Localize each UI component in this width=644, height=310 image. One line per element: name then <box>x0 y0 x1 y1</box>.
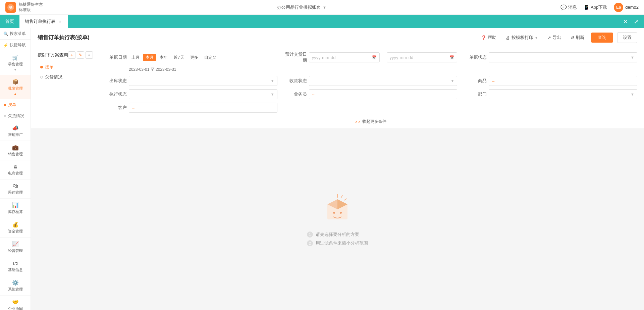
date-tab-thismonth[interactable]: 本月 <box>143 54 156 61</box>
filter-doc-status-field: 单据状态 ▼ <box>464 51 637 63</box>
sidebar-item-sales[interactable]: 💼 销售管理 <box>0 141 31 160</box>
expected-date-label: 预计交货日期 <box>284 51 307 63</box>
ecommerce-icon: 🖥 <box>13 164 18 170</box>
filter-edit-btn[interactable]: ✎ <box>77 51 84 59</box>
svg-text:畅: 畅 <box>9 6 12 9</box>
empty-tip-2: 2 用过滤条件来缩小分析范围 <box>307 240 368 246</box>
plan-item-debt[interactable]: 欠货情况 <box>38 72 93 82</box>
message-icon: 💬 <box>560 4 567 10</box>
operations-icon: 📈 <box>12 241 19 247</box>
submenu-item-debt[interactable]: 欠货情况 <box>0 110 31 121</box>
payment-label: 收款状态 <box>284 78 307 84</box>
payment-chevron-icon: ▼ <box>450 79 454 83</box>
query-btn[interactable]: 查询 <box>591 33 613 43</box>
payment-select[interactable]: ▼ <box>309 76 458 86</box>
date-tab-more[interactable]: 更多 <box>187 54 201 61</box>
sidebar-search[interactable]: 🔍 搜索菜单 <box>0 28 31 40</box>
template-print-btn[interactable]: 🖨 按模板打印 ▼ <box>503 33 541 42</box>
dept-chevron-icon: ▼ <box>631 92 634 96</box>
sidebar-item-finance[interactable]: 💰 资金管理 <box>0 218 31 238</box>
settings-btn[interactable]: 设置 <box>617 32 637 43</box>
collapse-up-icon: ∧∧ <box>355 119 361 124</box>
sidebar-item-enterprise[interactable]: 🤝 企业协同 <box>0 296 31 310</box>
app-icon: 📱 <box>584 5 589 10</box>
sidebar-item-basic[interactable]: 🗂 基础信息 <box>0 257 31 276</box>
sidebar-item-purchase[interactable]: 🛍 采购管理 <box>0 179 31 199</box>
date-label: 单据日期 <box>104 54 127 60</box>
salesperson-input[interactable]: ··· <box>309 89 458 99</box>
user-area[interactable]: Ea demo2 <box>614 3 639 12</box>
salesperson-label: 业务员 <box>284 91 307 97</box>
filter-payment-field: 收款状态 ▼ <box>284 76 458 86</box>
plan-dot-active-icon <box>40 66 43 68</box>
wholesale-expand-icon: ▲ <box>14 92 17 96</box>
sidebar-item-marketing[interactable]: 📣 营销推广 <box>0 121 31 141</box>
filter-panel: 按以下方案查询 + ✎ « <box>31 47 644 129</box>
outbound-select[interactable]: ▼ <box>129 76 277 86</box>
sales-icon: 💼 <box>12 144 19 151</box>
app-download-btn[interactable]: 📱 App下载 <box>584 4 607 10</box>
tab-close-icon[interactable]: × <box>57 19 63 24</box>
window-maximize-btn[interactable]: ⤢ <box>632 17 640 25</box>
date-separator: — <box>381 55 385 60</box>
expected-date-start-input[interactable]: yyyy-mm-dd 📅 <box>309 52 380 62</box>
empty-illustration <box>321 193 354 226</box>
add-icon: + <box>70 52 73 58</box>
avatar: Ea <box>614 3 623 12</box>
retail-expand-icon: ▼ <box>14 68 17 71</box>
exec-chevron-icon: ▼ <box>271 92 274 96</box>
date-tab-lastmonth[interactable]: 上月 <box>129 54 142 61</box>
filter-add-btn[interactable]: + <box>68 51 75 59</box>
sidebar-quick-nav[interactable]: ⚡ 快捷导航 <box>0 40 31 51</box>
goods-input[interactable]: ··· <box>489 76 637 86</box>
filter-collapse-btn[interactable]: ∧∧ 收起更多条件 <box>104 116 637 124</box>
sidebar-item-inventory[interactable]: 📊 库存核算 <box>0 199 31 218</box>
date-tab-thisyear[interactable]: 本年 <box>157 54 170 61</box>
sidebar-item-operations[interactable]: 📈 经营管理 <box>0 238 31 257</box>
filter-customer-field: 客户 ··· <box>104 103 277 113</box>
salesperson-more-icon: ··· <box>312 92 316 97</box>
tip-num-1: 1 <box>307 231 313 238</box>
export-icon: ↗ <box>547 35 551 40</box>
dept-select[interactable]: ▼ <box>489 89 637 99</box>
message-btn[interactable]: 💬 消息 <box>560 4 577 10</box>
export-btn[interactable]: ↗ 导出 <box>545 33 564 42</box>
doc-status-select[interactable]: ▼ <box>489 52 637 62</box>
refresh-btn[interactable]: ↺ 刷新 <box>568 33 587 42</box>
help-btn[interactable]: ❓ 帮助 <box>478 33 499 42</box>
company-selector-arrow[interactable]: ▼ <box>323 5 326 9</box>
exec-select[interactable]: ▼ <box>129 89 277 99</box>
plan-item-order[interactable]: 按单 <box>38 62 93 72</box>
empty-state: 1 请先选择要分析的方案 2 用过滤条件来缩小分析范围 <box>31 129 644 310</box>
basic-icon: 🗂 <box>13 260 18 266</box>
filter-section-title: 按以下方案查询 <box>38 52 68 58</box>
content-area: 销售订单执行表(按单) ❓ 帮助 🖨 按模板打印 ▼ ↗ 导出 ↺ 刷新 <box>31 28 644 310</box>
sidebar-item-ecommerce[interactable]: 🖥 电商管理 <box>0 160 31 179</box>
submenu-item-order[interactable]: 按单 <box>0 99 31 110</box>
retail-icon: 🛒 <box>12 54 19 61</box>
tab-sales-exec[interactable]: 销售订单执行表 × <box>19 15 68 28</box>
expected-date-end-input[interactable]: yyyy-mm-dd 📅 <box>387 52 458 62</box>
debt-dot-icon <box>4 115 6 117</box>
main-layout: 🔍 搜索菜单 ⚡ 快捷导航 🛒 零售管理 ▼ 📦 批发管理 ▲ 按单 欠 <box>0 28 644 310</box>
edit-icon: ✎ <box>79 53 82 57</box>
refresh-icon: ↺ <box>571 35 574 40</box>
order-dot-icon <box>4 104 6 106</box>
svg-point-8 <box>333 212 335 214</box>
sidebar-item-wholesale[interactable]: 📦 批发管理 ▲ <box>0 75 31 99</box>
sidebar-item-system[interactable]: ⚙️ 系统管理 <box>0 276 31 296</box>
window-close-btn[interactable]: ✕ <box>621 17 629 25</box>
sidebar: 🔍 搜索菜单 ⚡ 快捷导航 🛒 零售管理 ▼ 📦 批发管理 ▲ 按单 欠 <box>0 28 31 310</box>
date-tab-last7[interactable]: 近7天 <box>171 54 187 61</box>
date-tabs: 上月 本月 本年 近7天 更多 自定义 <box>129 54 219 61</box>
sidebar-item-retail[interactable]: 🛒 零售管理 ▼ <box>0 51 31 75</box>
wholesale-icon: 📦 <box>12 79 19 85</box>
customer-input[interactable]: ··· <box>129 103 277 113</box>
date-tab-custom[interactable]: 自定义 <box>202 54 219 61</box>
doc-status-label: 单据状态 <box>464 54 487 60</box>
filter-collapse-left-btn[interactable]: « <box>86 51 93 59</box>
quick-nav-icon: ⚡ <box>3 43 8 48</box>
logo-area: 畅 畅捷通好生意 标准版 <box>5 2 43 13</box>
outbound-label: 出库状态 <box>104 78 127 84</box>
tab-home[interactable]: 首页 <box>0 15 19 28</box>
